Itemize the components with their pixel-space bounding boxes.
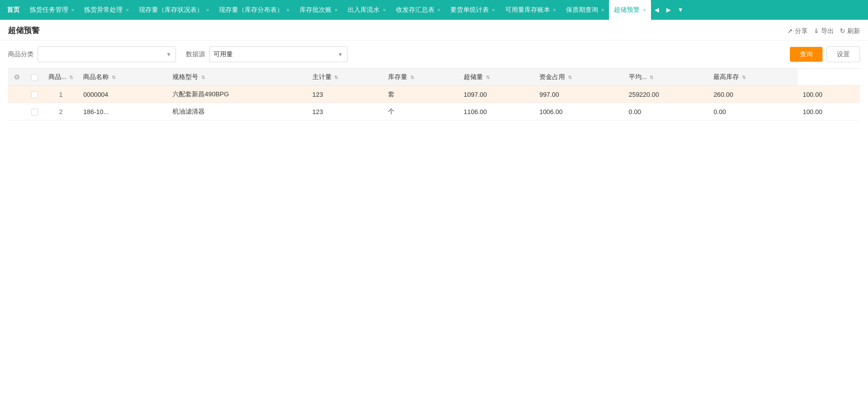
close-icon[interactable]: × <box>286 7 289 13</box>
chevron-down-icon: ▼ <box>166 51 172 57</box>
datasource-label: 数据源 <box>186 50 205 59</box>
sort-icon: ⇅ <box>112 75 116 80</box>
row-stock: 1097.00 <box>459 86 534 103</box>
row-product-code: 186-10... <box>78 103 168 120</box>
row-overstock: 997.00 <box>534 86 624 103</box>
nav-tab-5[interactable]: 库存批次账 × <box>295 0 343 20</box>
col-settings: ⚙ <box>8 69 26 86</box>
datasource-select-value: 可用量 <box>214 50 233 59</box>
nav-menu-arrow[interactable]: ▼ <box>675 0 687 20</box>
category-label: 商品分类 <box>8 50 34 59</box>
close-icon[interactable]: × <box>643 7 646 13</box>
row-settings <box>8 103 26 120</box>
row-index: 2 <box>43 103 78 120</box>
col-avg-header[interactable]: 平均... ⇅ <box>624 69 709 86</box>
table-row: 1 0000004 六配套新昌490BPG 123 套 1097.00 997.… <box>8 86 860 103</box>
sort-icon: ⇅ <box>486 75 490 80</box>
close-icon[interactable]: × <box>601 7 604 13</box>
sort-icon: ⇅ <box>334 75 338 80</box>
data-table-container: ⚙ 商品... ⇅ 商品名称 ⇅ 规格型号 ⇅ 主计量 <box>0 68 868 120</box>
gear-icon[interactable]: ⚙ <box>14 73 20 81</box>
table-header-row: ⚙ 商品... ⇅ 商品名称 ⇅ 规格型号 ⇅ 主计量 <box>8 69 860 86</box>
datasource-filter: 数据源 可用量 ▼ <box>186 46 347 62</box>
col-max-stock-header[interactable]: 最高库存 ⇅ <box>708 69 798 86</box>
sort-icon: ⇅ <box>568 75 572 80</box>
close-icon[interactable]: × <box>126 7 129 13</box>
row-product-name: 机油滤清器 <box>168 103 307 120</box>
overstock-table: ⚙ 商品... ⇅ 商品名称 ⇅ 规格型号 ⇅ 主计量 <box>8 68 860 120</box>
sort-icon: ⇅ <box>650 75 653 80</box>
close-icon[interactable]: × <box>437 7 440 13</box>
col-checkbox-header <box>26 69 43 86</box>
nav-tab-11-active[interactable]: 超储预警 × <box>609 0 651 20</box>
col-unit-header[interactable]: 主计量 ⇅ <box>307 69 383 86</box>
row-unit: 个 <box>383 103 459 120</box>
row-spec: 123 <box>307 86 383 103</box>
refresh-button[interactable]: ↻ 刷新 <box>840 27 860 36</box>
row-capital: 0.00 <box>624 103 709 120</box>
nav-tab-8[interactable]: 要货单统计表 × <box>445 0 500 20</box>
row-overstock: 1006.00 <box>534 103 624 120</box>
top-navigation: 首页 拣货任务管理 × 拣货异常处理 × 现存量（库存状况表） × 现存量（库存… <box>0 0 868 20</box>
share-icon: ➚ <box>787 27 793 35</box>
col-product-name-header[interactable]: 商品名称 ⇅ <box>78 69 168 86</box>
nav-tab-7[interactable]: 收发存汇总表 × <box>391 0 445 20</box>
sort-icon: ⇅ <box>410 75 414 80</box>
col-spec-header[interactable]: 规格型号 ⇅ <box>168 69 307 86</box>
sort-icon: ⇅ <box>742 75 746 80</box>
nav-next-arrow[interactable]: ▶ <box>663 0 675 20</box>
nav-prev-arrow[interactable]: ◀ <box>651 0 663 20</box>
sort-icon: ⇅ <box>201 75 205 80</box>
col-product-code-header[interactable]: 商品... ⇅ <box>43 69 78 86</box>
settings-button[interactable]: 设置 <box>826 46 860 62</box>
nav-tab-4[interactable]: 现存量（库存分布表） × <box>214 0 294 20</box>
row-checkbox-cell <box>26 103 43 120</box>
row-unit: 套 <box>383 86 459 103</box>
category-select[interactable]: ▼ <box>38 46 176 62</box>
row-index: 1 <box>43 86 78 103</box>
col-overstock-header[interactable]: 超储量 ⇅ <box>459 69 534 86</box>
filter-area: 商品分类 ▼ 数据源 可用量 ▼ 查询 设置 <box>0 40 868 68</box>
row-spec: 123 <box>307 103 383 120</box>
row-product-name: 六配套新昌490BPG <box>168 86 307 103</box>
row-avg: 260.00 <box>708 86 798 103</box>
close-icon[interactable]: × <box>335 7 338 13</box>
row-capital: 259220.00 <box>624 86 709 103</box>
chevron-down-icon: ▼ <box>338 51 343 57</box>
export-button[interactable]: ⇓ 导出 <box>814 27 834 36</box>
category-filter: 商品分类 ▼ <box>8 46 176 62</box>
header-actions: ➚ 分享 ⇓ 导出 ↻ 刷新 <box>787 27 860 36</box>
row-checkbox[interactable] <box>31 91 38 98</box>
row-product-code: 0000004 <box>78 86 168 103</box>
page-header: 超储预警 ➚ 分享 ⇓ 导出 ↻ 刷新 <box>0 20 868 40</box>
row-checkbox[interactable] <box>31 109 38 116</box>
share-button[interactable]: ➚ 分享 <box>787 27 808 36</box>
close-icon[interactable]: × <box>71 7 74 13</box>
page-title: 超储预警 <box>8 26 40 36</box>
datasource-select[interactable]: 可用量 ▼ <box>209 46 347 62</box>
export-icon: ⇓ <box>814 27 819 35</box>
row-checkbox-cell <box>26 86 43 103</box>
nav-home[interactable]: 首页 <box>2 0 25 20</box>
row-settings <box>8 86 26 103</box>
refresh-icon: ↻ <box>840 27 845 35</box>
nav-tab-6[interactable]: 出入库流水 × <box>343 0 391 20</box>
filter-actions: 查询 设置 <box>790 46 860 62</box>
col-stock-header[interactable]: 库存量 ⇅ <box>383 69 459 86</box>
nav-tab-9[interactable]: 可用量库存账本 × <box>500 0 561 20</box>
close-icon[interactable]: × <box>383 7 386 13</box>
nav-tab-2[interactable]: 拣货异常处理 × <box>79 0 133 20</box>
row-stock: 1106.00 <box>459 103 534 120</box>
nav-tab-10[interactable]: 保质期查询 × <box>561 0 609 20</box>
select-all-checkbox[interactable] <box>31 74 38 81</box>
close-icon[interactable]: × <box>492 7 495 13</box>
col-capital-header[interactable]: 资金占用 ⇅ <box>534 69 624 86</box>
row-max-stock: 100.00 <box>798 86 860 103</box>
close-icon[interactable]: × <box>206 7 209 13</box>
nav-tab-3[interactable]: 现存量（库存状况表） × <box>134 0 214 20</box>
nav-tab-1[interactable]: 拣货任务管理 × <box>25 0 79 20</box>
row-max-stock: 100.00 <box>798 103 860 120</box>
close-icon[interactable]: × <box>553 7 556 13</box>
row-avg: 0.00 <box>708 103 798 120</box>
query-button[interactable]: 查询 <box>790 47 823 62</box>
